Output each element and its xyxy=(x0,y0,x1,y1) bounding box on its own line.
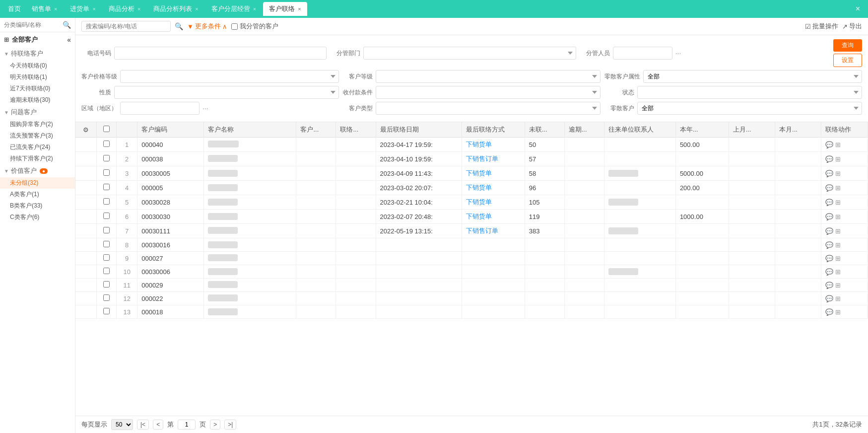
price-level-select[interactable] xyxy=(120,70,339,83)
row-checkbox[interactable] xyxy=(103,254,110,261)
region-input[interactable] xyxy=(120,102,200,115)
sidebar-search-icon[interactable]: 🔍 xyxy=(63,21,71,29)
search-input[interactable] xyxy=(81,21,171,32)
last-method-link[interactable]: 下销货单 xyxy=(466,141,492,148)
search-icon[interactable]: 🔍 xyxy=(175,22,183,30)
phone-input[interactable] xyxy=(114,47,327,60)
sidebar-item-overdue[interactable]: 逾期未联络(30) xyxy=(0,94,75,106)
chat-icon[interactable]: 💬 xyxy=(825,155,833,163)
row-checkbox[interactable] xyxy=(103,241,110,247)
grid-action-icon[interactable]: ⊞ xyxy=(835,255,841,262)
row-checkbox[interactable] xyxy=(103,198,110,205)
row-checkbox[interactable] xyxy=(103,213,110,219)
last-method-link[interactable]: 下销货单 xyxy=(466,198,492,206)
cell-checkbox[interactable] xyxy=(97,138,117,152)
sidebar-item-class-c[interactable]: C类客户(6) xyxy=(0,212,75,223)
row-checkbox[interactable] xyxy=(103,184,110,190)
cell-checkbox[interactable] xyxy=(97,210,117,224)
next-page-btn[interactable]: > xyxy=(210,420,220,430)
grid-action-icon[interactable]: ⊞ xyxy=(835,199,841,206)
grid-action-icon[interactable]: ⊞ xyxy=(835,184,841,192)
row-checkbox[interactable] xyxy=(103,281,110,288)
cell-checkbox[interactable] xyxy=(97,166,117,181)
grid-action-icon[interactable]: ⊞ xyxy=(835,155,841,163)
row-checkbox[interactable] xyxy=(103,155,110,161)
export-btn[interactable]: ↗ 导出 xyxy=(842,22,862,31)
chat-icon[interactable]: 💬 xyxy=(825,170,833,177)
col-unit-contact[interactable]: 往来单位联系人 xyxy=(604,122,675,138)
settings-icon[interactable]: ⚙ xyxy=(83,126,89,134)
close-purchase-tab[interactable]: × xyxy=(92,6,95,12)
row-checkbox[interactable] xyxy=(103,308,110,314)
row-checkbox[interactable] xyxy=(103,268,110,274)
col-this-year[interactable]: 本年... xyxy=(675,122,729,138)
grid-action-icon[interactable]: ⊞ xyxy=(835,170,841,177)
sidebar-item-class-b[interactable]: B类客户(33) xyxy=(0,200,75,212)
retail-customer-select[interactable]: 全部 xyxy=(637,102,862,115)
row-checkbox[interactable] xyxy=(103,169,110,176)
close-product-analysis-list-tab[interactable]: × xyxy=(195,6,198,12)
tab-product-analysis-list[interactable]: 商品分析列表 × xyxy=(147,2,204,16)
last-method-link[interactable]: 下销货单 xyxy=(466,213,492,220)
col-last-date[interactable]: 最后联络日期 xyxy=(376,122,462,138)
region-more-btn[interactable]: ··· xyxy=(202,104,208,112)
chat-icon[interactable]: 💬 xyxy=(825,199,833,206)
page-number-input[interactable] xyxy=(178,420,196,430)
grid-action-icon[interactable]: ⊞ xyxy=(835,213,841,220)
more-conditions-btn[interactable]: ▼ 更多条件 ∧ xyxy=(187,22,227,31)
grid-action-icon[interactable]: ⊞ xyxy=(835,268,841,276)
prev-page-btn[interactable]: < xyxy=(153,420,163,430)
my-customers-checkbox-label[interactable]: 我分管的客户 xyxy=(231,22,278,31)
customer-type-select[interactable] xyxy=(376,102,601,115)
col-code[interactable]: 客户编码 xyxy=(137,122,203,138)
grid-action-icon[interactable]: ⊞ xyxy=(835,227,841,235)
cell-checkbox[interactable] xyxy=(97,224,117,238)
grid-action-icon[interactable]: ⊞ xyxy=(835,282,841,289)
col-not-contact[interactable]: 未联... xyxy=(525,122,564,138)
nav-home[interactable]: 首页 xyxy=(4,4,25,13)
tab-sales[interactable]: 销售单 × xyxy=(26,2,63,16)
payment-select[interactable] xyxy=(376,86,601,99)
chat-icon[interactable]: 💬 xyxy=(825,308,833,316)
sidebar-item-today-wait[interactable]: 今天待联络(0) xyxy=(0,60,75,72)
batch-ops-btn[interactable]: ☑ 批量操作 xyxy=(805,22,838,31)
cell-checkbox[interactable] xyxy=(97,292,117,305)
close-customer-contact-tab[interactable]: × xyxy=(298,6,301,12)
col-this-month[interactable]: 本月... xyxy=(775,122,821,138)
row-checkbox[interactable] xyxy=(103,141,110,147)
sidebar-item-tomorrow-wait[interactable]: 明天待联络(1) xyxy=(0,72,75,83)
value-customers-group[interactable]: ▼ 价值客户 ● xyxy=(0,164,75,177)
chat-icon[interactable]: 💬 xyxy=(825,268,833,276)
col-checkbox[interactable] xyxy=(97,122,117,138)
problem-customers-group[interactable]: ▼ 问题客户 xyxy=(0,106,75,119)
col-name[interactable]: 客户名称 xyxy=(203,122,296,138)
reset-button[interactable]: 设置 xyxy=(833,54,862,67)
sidebar-item-churn-warning[interactable]: 流失预警客户(3) xyxy=(0,130,75,142)
tab-customer-segmentation[interactable]: 客户分层经营 × xyxy=(205,2,262,16)
close-customer-seg-tab[interactable]: × xyxy=(253,6,256,12)
chat-icon[interactable]: 💬 xyxy=(825,213,833,220)
cell-checkbox[interactable] xyxy=(97,238,117,252)
cell-checkbox[interactable] xyxy=(97,279,117,292)
grid-action-icon[interactable]: ⊞ xyxy=(835,308,841,316)
sidebar-item-class-a[interactable]: A类客户(1) xyxy=(0,189,75,200)
chat-icon[interactable]: 💬 xyxy=(825,141,833,148)
staff-input[interactable] xyxy=(613,47,672,60)
col-last-month[interactable]: 上月... xyxy=(729,122,775,138)
dept-select[interactable] xyxy=(363,47,576,60)
cell-checkbox[interactable] xyxy=(97,152,117,166)
staff-more-btn[interactable]: ··· xyxy=(675,49,681,57)
chat-icon[interactable]: 💬 xyxy=(825,255,833,262)
sidebar-item-churned[interactable]: 已流失客户(24) xyxy=(0,142,75,153)
row-checkbox[interactable] xyxy=(103,227,110,233)
last-page-btn[interactable]: >| xyxy=(224,420,236,430)
last-method-link[interactable]: 下销售订单 xyxy=(466,155,498,162)
last-method-link[interactable]: 下销售订单 xyxy=(466,227,498,234)
col-settings[interactable]: ⚙ xyxy=(75,122,97,138)
per-page-select[interactable]: 50 xyxy=(111,419,133,430)
close-product-analysis-tab[interactable]: × xyxy=(137,6,140,12)
tab-customer-contact[interactable]: 客户联络 × xyxy=(263,2,307,16)
cell-checkbox[interactable] xyxy=(97,181,117,195)
grid-action-icon[interactable]: ⊞ xyxy=(835,241,841,249)
sidebar-item-ungroup[interactable]: 未分组(32) xyxy=(0,177,75,189)
